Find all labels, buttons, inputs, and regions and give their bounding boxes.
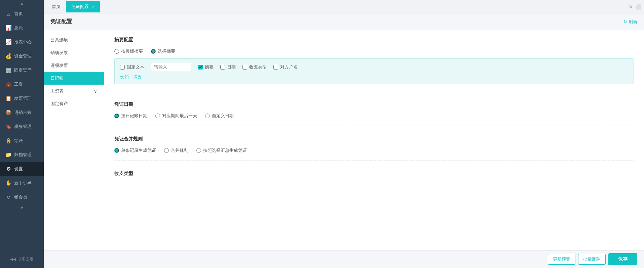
close-account-icon: 🔒	[5, 138, 11, 144]
sidebar-scroll-down[interactable]: ▼	[0, 204, 44, 211]
sidebar-item-invoice[interactable]: 📋 发票管理	[0, 91, 44, 105]
capital-icon: 💰	[5, 53, 11, 59]
radio-by-diary-date[interactable]: 按日记账日期	[114, 113, 147, 119]
sales-icon: 📦	[5, 109, 11, 116]
guide-icon: ✋	[5, 180, 11, 186]
page-header: 凭证配置 ↻ 刷新	[44, 13, 644, 30]
chevron-down-icon: ∨	[94, 89, 97, 94]
tab-close-icon[interactable]: ×	[92, 4, 94, 9]
sidebar-item-capital[interactable]: 💰 资金管理	[0, 49, 44, 63]
checkbox-counterpart-input[interactable]	[273, 65, 278, 70]
radio-custom-date-input[interactable]	[205, 114, 210, 118]
pin-left-arrow: ◀◀	[10, 257, 16, 262]
ledger-icon: 📊	[5, 25, 11, 31]
sidebar-item-close[interactable]: 🔒 结账	[0, 134, 44, 148]
content-area: 凭证配置 ↻ 刷新 公共选项 销项发票 进项发票 日记账	[44, 13, 644, 268]
tab-actions: ✕ ⬜	[629, 4, 641, 9]
radio-by-selection-input[interactable]	[196, 148, 201, 153]
refresh-icon: ↻	[623, 19, 627, 24]
sidebar-item-salary[interactable]: 💼 工资	[0, 77, 44, 91]
tax-icon: 🔖	[5, 124, 11, 130]
radio-merge-rule[interactable]: 合并规则	[164, 147, 188, 153]
left-nav-purchase-invoice[interactable]: 进项发票	[44, 59, 104, 72]
income-type-section: 收支类型	[114, 171, 634, 189]
body-layout: 公共选项 销项发票 进项发票 日记账 工资表 ∨ 固定资产	[44, 30, 644, 250]
sidebar-item-guide[interactable]: ✋ 新手引导	[0, 176, 44, 190]
sidebar: ▲ ⌂ 首页 📊 总账 📈 报表中心 💰 资金管理 🏢 固定资产 💼 工资 📋 …	[0, 0, 44, 268]
page-title: 凭证配置	[50, 18, 72, 25]
left-nav-sales-invoice[interactable]: 销项发票	[44, 46, 104, 59]
summary-checkbox-row: 固定文本 摘要 日期	[114, 58, 634, 84]
radio-last-day[interactable]: 对应期间最后一天	[155, 113, 197, 119]
checkbox-items: 固定文本 摘要 日期	[120, 63, 628, 71]
merge-rules-title: 凭证合并规则	[114, 136, 634, 142]
sidebar-item-report[interactable]: 📈 报表中心	[0, 35, 44, 49]
sidebar-item-sales[interactable]: 📦 进销台账	[0, 105, 44, 120]
radio-select-summary[interactable]: 选择摘要	[151, 48, 175, 54]
income-type-title: 收支类型	[114, 171, 634, 177]
radio-select-summary-input[interactable]	[151, 49, 156, 54]
window-close-button[interactable]: ✕	[629, 4, 633, 9]
tab-voucher-config[interactable]: 凭证配置 ×	[66, 1, 100, 12]
radio-single-record[interactable]: 单条记录生成凭证	[114, 147, 156, 153]
batch-delete-button[interactable]: 批量删除	[578, 254, 606, 265]
checkbox-fixed-text-input[interactable]	[120, 65, 125, 70]
sidebar-item-settings[interactable]: ⚙ 设置	[0, 162, 44, 176]
checkbox-summary-input[interactable]	[198, 65, 203, 70]
assets-icon: 🏢	[5, 67, 11, 73]
sidebar-pin-button[interactable]: ◀◀ 取消固定	[0, 254, 44, 265]
sidebar-item-home[interactable]: ⌂ 首页	[0, 7, 44, 21]
checkbox-date-input[interactable]	[220, 65, 225, 70]
example-text: 例如：摘要	[120, 74, 628, 80]
radio-single-record-input[interactable]	[114, 148, 119, 153]
left-nav-wage-table[interactable]: 工资表 ∨	[44, 85, 104, 97]
tab-home[interactable]: 首页	[46, 1, 66, 12]
left-nav-public[interactable]: 公共选项	[44, 34, 104, 46]
save-button[interactable]: 保存	[608, 253, 637, 265]
left-nav-diary[interactable]: 日记账	[44, 72, 104, 85]
refresh-button[interactable]: ↻ 刷新	[623, 19, 637, 25]
summary-radio-group: 按模版摘要 选择摘要	[114, 48, 634, 54]
invoice-icon: 📋	[5, 95, 11, 101]
sidebar-item-tax[interactable]: 🔖 税务管理	[0, 120, 44, 134]
salary-icon: 💼	[5, 81, 11, 87]
voucher-date-radio-group: 按日记账日期 对应期间最后一天 自定义日期	[114, 113, 634, 119]
radio-last-day-input[interactable]	[155, 114, 160, 118]
left-nav-fixed-assets[interactable]: 固定资产	[44, 97, 104, 110]
left-nav: 公共选项 销项发票 进项发票 日记账 工资表 ∨ 固定资产	[44, 30, 104, 250]
radio-template-summary-input[interactable]	[114, 49, 119, 54]
merge-rules-section: 凭证合并规则 单条记录生成凭证 合并规则 按照选择汇总生成凭证	[114, 136, 634, 161]
footer-bar: 更新预置 批量删除 保存	[44, 250, 644, 268]
voucher-date-section: 凭证日期 按日记账日期 对应期间最后一天 自定义日期	[114, 101, 634, 126]
archive-icon: 📁	[5, 152, 11, 158]
settings-icon: ⚙	[5, 166, 11, 172]
radio-merge-rule-input[interactable]	[164, 148, 169, 153]
sidebar-item-archive[interactable]: 📁 归档管理	[0, 148, 44, 162]
window-expand-button[interactable]: ⬜	[636, 4, 641, 9]
summary-section-title: 摘要配置	[114, 37, 634, 43]
sidebar-item-ledger[interactable]: 📊 总账	[0, 21, 44, 35]
sidebar-item-member[interactable]: V 畅会员	[0, 190, 44, 204]
summary-section: 摘要配置 按模版摘要 选择摘要	[114, 37, 634, 91]
merge-rules-radio-group: 单条记录生成凭证 合并规则 按照选择汇总生成凭证	[114, 147, 634, 153]
tab-bar: 首页 凭证配置 × ✕ ⬜	[44, 0, 644, 13]
right-content: 摘要配置 按模版摘要 选择摘要	[104, 30, 644, 250]
checkbox-income-type-input[interactable]	[242, 65, 247, 70]
voucher-date-title: 凭证日期	[114, 101, 634, 107]
checkbox-fixed-text[interactable]: 固定文本	[120, 64, 144, 70]
sidebar-item-assets[interactable]: 🏢 固定资产	[0, 63, 44, 77]
radio-by-selection[interactable]: 按照选择汇总生成凭证	[196, 147, 247, 153]
update-preset-button[interactable]: 更新预置	[548, 254, 575, 265]
checkbox-income-type[interactable]: 收支类型	[242, 64, 267, 70]
member-icon: V	[5, 194, 11, 200]
sidebar-scroll-up[interactable]: ▲	[0, 0, 44, 7]
checkbox-date[interactable]: 日期	[220, 64, 236, 70]
checkbox-counterpart[interactable]: 对方户名	[273, 64, 298, 70]
radio-custom-date[interactable]: 自定义日期	[205, 113, 234, 119]
main-area: 首页 凭证配置 × ✕ ⬜ 凭证配置 ↻ 刷新 公共选项	[44, 0, 644, 268]
radio-template-summary[interactable]: 按模版摘要	[114, 48, 143, 54]
radio-by-diary-date-input[interactable]	[114, 114, 119, 118]
home-icon: ⌂	[5, 11, 11, 17]
fixed-text-input[interactable]	[151, 63, 191, 71]
checkbox-summary[interactable]: 摘要	[198, 64, 214, 70]
